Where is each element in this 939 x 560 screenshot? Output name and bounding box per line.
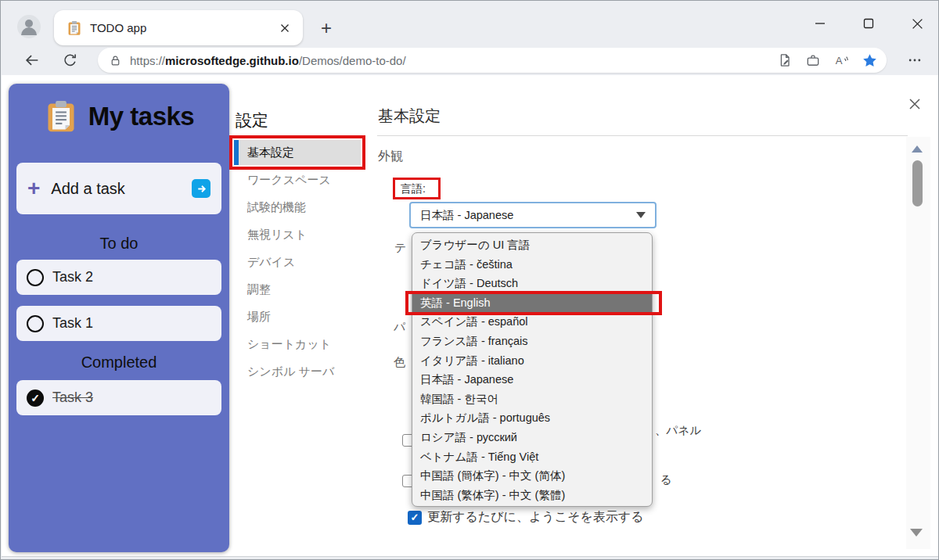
dropdown-option-italian[interactable]: イタリア語 - italiano [412,351,652,371]
url-text[interactable]: https://microsoftedge.github.io/Demos/de… [130,54,768,67]
dropdown-option-japanese[interactable]: 日本語 - Japanese [412,370,652,389]
briefcase-icon [805,52,821,68]
minimize-icon [815,18,826,29]
todo-section-heading: To do [9,235,229,253]
task-row[interactable]: ✓ Task 3 [16,380,221,415]
back-arrow-icon [23,52,41,69]
dropdown-option-chinese-simplified[interactable]: 中国語 (簡体字) - 中文 (简体) [412,466,652,486]
menu-item-shortcuts[interactable]: ショートカット [236,330,334,357]
url-path: /Demos/demo-to-do/ [299,54,406,67]
window-maximize-button[interactable] [858,13,879,34]
add-task-input[interactable]: + Add a task [16,163,221,214]
menu-item-devices[interactable]: デバイス [236,248,334,275]
submit-task-button[interactable] [192,179,210,198]
browser-tab[interactable]: TODO app [54,10,303,45]
menu-item-workspace[interactable]: ワークスペース [236,166,334,193]
close-icon [912,18,923,30]
address-bar[interactable]: https://microsoftedge.github.io/Demos/de… [98,48,887,73]
annotation-box-menu: 基本設定 [229,135,365,170]
scrollbar-up-arrow[interactable] [912,145,923,153]
refresh-button[interactable] [59,49,81,71]
browser-window: TODO app + https://microsoftedge.git [0,0,939,560]
scrollbar-down-arrow[interactable] [910,529,923,537]
dropdown-option-french[interactable]: フランス語 - français [412,332,652,351]
new-tab-button[interactable]: + [315,17,337,39]
close-icon [908,98,921,110]
task-label: Task 3 [52,389,93,406]
chevron-down-icon [636,212,646,218]
refresh-icon [62,52,78,69]
task-label: Task 2 [52,269,93,285]
clipboard-favicon-icon [67,20,82,36]
ellipsis-icon [907,52,923,68]
browser-menu-button[interactable] [902,49,927,71]
clipboard-icon [44,99,78,134]
dropdown-option-chinese-traditional[interactable]: 中国語 (繁体字) - 中文 (繁體) [412,486,652,505]
dropdown-option-vietnamese[interactable]: ベトナム語 - Tiếng Việt [412,447,652,467]
checked-checkbox[interactable]: ✓ [408,511,422,525]
svg-text:A: A [835,55,842,66]
tab-title: TODO app [90,21,276,34]
welcome-checkbox-label: 更新するたびに、ようこそを表示する [427,509,644,526]
language-select[interactable]: 日本語 - Japanese [409,202,657,228]
divider [377,135,908,136]
color-label-fragment: 色 [394,355,405,370]
dropdown-option-browser-ui[interactable]: ブラウザーの UI 言語 [412,235,652,255]
plus-icon: + [27,178,40,199]
maximize-icon [863,18,874,29]
menu-item-throttling[interactable]: 調整 [236,275,334,303]
task-checkbox-checked[interactable]: ✓ [27,389,44,407]
task-checkbox[interactable] [27,315,44,332]
todo-sidebar: My tasks + Add a task To do Task 2 Task … [9,84,229,552]
add-task-placeholder: Add a task [51,180,192,198]
lock-icon [109,54,122,67]
menu-item-experiments[interactable]: 試験的機能 [236,193,334,221]
browser-essentials-button[interactable] [802,49,824,71]
completed-section-heading: Completed [9,354,229,372]
menu-item-locations[interactable]: 場所 [236,303,334,330]
window-close-button[interactable] [907,13,927,34]
settings-close-button[interactable] [906,95,923,113]
task-row[interactable]: Task 1 [16,306,221,341]
language-label: 言語: [395,180,438,197]
annotation-box-english [405,291,662,315]
back-button[interactable] [21,49,43,71]
star-icon [862,52,878,69]
dropdown-option-portuguese[interactable]: ポルトガル語 - português [412,408,652,428]
web-capture-button[interactable] [774,49,796,71]
window-minimize-button[interactable] [810,13,830,34]
scrollbar-thumb[interactable] [912,160,923,206]
read-aloud-icon: A [833,52,850,69]
dropdown-option-czech[interactable]: チェコ語 - čeština [412,255,652,275]
language-select-value: 日本語 - Japanese [420,208,636,223]
menu-item-ignore-list[interactable]: 無視リスト [236,221,334,248]
theme-label-fragment: テ [394,241,406,256]
page-edit-icon [777,52,793,68]
favorites-star-button[interactable] [858,49,880,71]
settings-page-title: 基本設定 [378,106,441,127]
task-checkbox[interactable] [27,269,44,286]
dropdown-option-korean[interactable]: 韓国語 - 한국어 [412,389,652,409]
app-title: My tasks [88,102,194,131]
profile-avatar[interactable] [16,14,41,39]
person-icon [16,14,41,39]
menu-item-preferences-selected[interactable]: 基本設定 [234,140,361,165]
annotation-box-language: 言語: [393,178,441,199]
dropdown-option-russian[interactable]: ロシア語 - русский [412,428,652,447]
read-aloud-button[interactable]: A [830,49,852,71]
close-icon [280,23,290,33]
page-content: My tasks + Add a task To do Task 2 Task … [2,75,939,557]
url-host: microsoftedge.github.io [165,54,299,67]
text-fragment: る [660,472,672,487]
panel-text-fragment: 、パネル [655,423,701,438]
appearance-section-heading: 外観 [378,149,403,165]
menu-item-symbol-server[interactable]: シンボル サーバ [236,357,334,385]
tab-close-button[interactable] [276,20,293,37]
panel-label-fragment: パ [394,320,405,335]
welcome-setting-row: ✓ 更新するたびに、ようこそを表示する [408,509,644,526]
task-row[interactable]: Task 2 [16,260,221,295]
dropdown-option-spanish[interactable]: スペイン語 - español [412,312,652,332]
settings-menu-title: 設定 [236,109,268,131]
url-scheme: https:// [130,54,165,67]
arrow-right-icon [196,183,207,195]
